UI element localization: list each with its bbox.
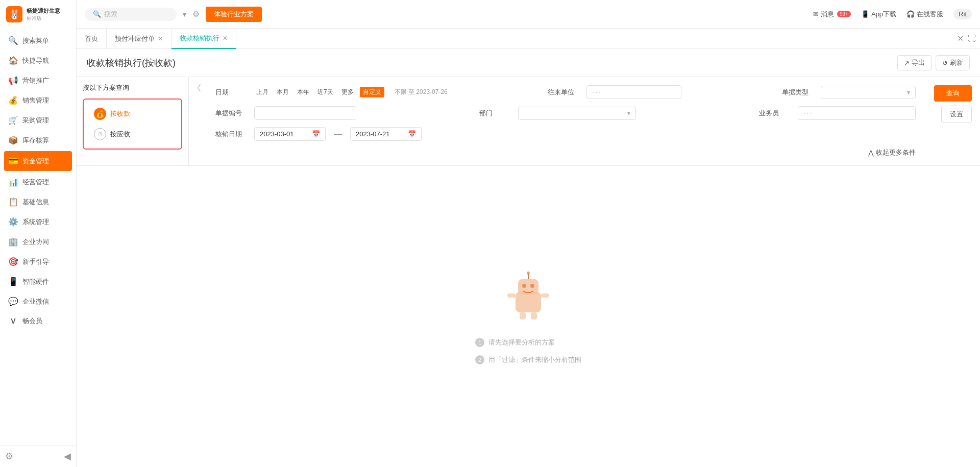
collapse-up-icon: ⋀ — [868, 149, 874, 157]
solution-button[interactable]: 体验行业方案 — [206, 7, 262, 22]
message-icon: ✉ — [813, 10, 819, 18]
tab-collect-close[interactable]: ✕ — [223, 35, 228, 42]
home-icon: 🏠 — [8, 56, 18, 65]
inventory-icon: 📦 — [8, 135, 18, 145]
tab-controls: ✕ ⛶ — [957, 34, 980, 43]
topbar-dropdown-arrow[interactable]: ▾ — [183, 10, 186, 18]
tab-home[interactable]: 首页 — [77, 29, 107, 49]
newbie-icon: 🎯 — [8, 257, 18, 266]
date-custom[interactable]: 自定义 — [360, 87, 384, 97]
filter-sidebar-collapse[interactable]: 《 — [189, 77, 205, 165]
sidebar-item-operation[interactable]: 📊 经营管理 — [0, 172, 76, 192]
doc-type-arrow: ▾ — [907, 89, 910, 96]
doc-type-select[interactable]: ▾ — [821, 86, 916, 99]
sidebar-bottom: ⚙ ◀ — [0, 445, 76, 467]
date-nolimit: 不限 至 2023-07-26 — [395, 88, 448, 96]
date-more[interactable]: 更多 — [339, 87, 356, 97]
sidebar-collapse-btn[interactable]: ◀ — [64, 451, 71, 462]
export-icon: ↗ — [904, 59, 910, 67]
finance-icon: 💳 — [8, 156, 18, 166]
filter-body: 日期 上月 本月 本年 近7天 更多 自定义 不限 至 2023-07-26 — [205, 77, 926, 165]
empty-tips: 1 请先选择要分析的方案 2 用「过滤」条件来缩小分析范围 — [475, 336, 581, 366]
query-button[interactable]: 查询 — [934, 85, 972, 102]
refresh-button[interactable]: ↺ 刷新 — [936, 55, 970, 70]
filter-sidebar: 按以下方案查询 💰 按收款 ⏱ 按应收 — [77, 77, 189, 165]
topbar-search[interactable]: 🔍 搜索 — [85, 8, 177, 21]
date-this-year[interactable]: 本年 — [295, 87, 311, 97]
staff-select[interactable]: ··· — [798, 106, 916, 120]
tab-home-label: 首页 — [85, 34, 98, 43]
robot-svg — [500, 269, 556, 325]
filter-method-box: 💰 按收款 ⏱ 按应收 — [83, 99, 182, 150]
svg-rect-8 — [507, 293, 516, 298]
empty-tip-1: 1 请先选择要分析的方案 — [475, 336, 581, 349]
doc-no-label: 单据编号 — [215, 109, 246, 118]
operation-icon: 📊 — [8, 177, 18, 187]
system-icon: ⚙️ — [8, 217, 18, 227]
date-this-month[interactable]: 本月 — [275, 87, 291, 97]
sidebar-item-sales[interactable]: 💰 销售管理 — [0, 90, 76, 110]
sidebar-item-purchase[interactable]: 🛒 采购管理 — [0, 110, 76, 130]
date-separator: — — [334, 130, 342, 139]
message-button[interactable]: ✉ 消息 99+ — [813, 10, 851, 19]
staff-label: 业务员 — [759, 109, 790, 118]
app-download-button[interactable]: 📱 App下载 — [861, 10, 896, 19]
filter-settings-button[interactable]: 设置 — [941, 106, 972, 123]
tab-close-all-icon[interactable]: ✕ — [957, 34, 964, 43]
page-title: 收款核销执行(按收款) — [87, 57, 176, 75]
topbar-right: ✉ 消息 99+ 📱 App下载 🎧 在线客服 Rit — [813, 9, 972, 19]
sidebar-item-marketing[interactable]: 📢 营销推广 — [0, 70, 76, 90]
verify-date-end-input[interactable]: 2023-07-21 📅 — [350, 127, 422, 141]
sidebar-item-enterprise[interactable]: 🏢 企业协同 — [0, 232, 76, 252]
calendar-icon-end: 📅 — [408, 130, 416, 138]
sidebar-item-basic[interactable]: 📋 基础信息 — [0, 192, 76, 212]
topbar-gear-icon[interactable]: ⚙ — [192, 9, 200, 19]
online-service-button[interactable]: 🎧 在线客服 — [906, 10, 943, 19]
tab-collect[interactable]: 收款核销执行 ✕ — [172, 29, 236, 49]
sidebar-item-hardware[interactable]: 📱 智能硬件 — [0, 272, 76, 291]
enterprise-icon: 🏢 — [8, 237, 18, 247]
counterpart-select[interactable]: ··· — [586, 85, 681, 99]
bottom-settings-icon[interactable]: ⚙ — [5, 451, 13, 462]
page-header-actions: ↗ 导出 ↺ 刷新 — [897, 55, 970, 77]
filter-right-actions: 查询 设置 — [926, 77, 980, 165]
receipt-method-icon: 💰 — [94, 108, 106, 120]
topbar: 🔍 搜索 ▾ ⚙ 体验行业方案 ✉ 消息 99+ 📱 App下载 🎧 在线客服 … — [77, 0, 980, 29]
main-area: 🔍 搜索 ▾ ⚙ 体验行业方案 ✉ 消息 99+ 📱 App下载 🎧 在线客服 … — [77, 0, 980, 467]
export-button[interactable]: ↗ 导出 — [897, 55, 932, 70]
date-7days[interactable]: 近7天 — [315, 87, 335, 97]
sidebar-item-finance[interactable]: 💳 资金管理 — [4, 151, 72, 171]
sidebar-item-quick[interactable]: 🏠 快捷导航 — [0, 51, 76, 70]
sidebar-item-wechat[interactable]: 💬 企业微信 — [0, 291, 76, 311]
filter-method-receipt[interactable]: 💰 按收款 — [88, 104, 177, 124]
tab-expand-icon[interactable]: ⛶ — [968, 34, 976, 43]
sidebar-item-member[interactable]: V 畅会员 — [0, 311, 76, 331]
sidebar-item-system[interactable]: ⚙️ 系统管理 — [0, 212, 76, 232]
receivable-method-icon: ⏱ — [94, 128, 106, 140]
svg-point-3 — [530, 284, 534, 288]
filter-method-receivable[interactable]: ⏱ 按应收 — [88, 124, 177, 144]
sidebar: 🐰 畅捷通好生意 标准版 🔍 搜索菜单 🏠 快捷导航 📢 营销推广 💰 销售管理… — [0, 0, 77, 467]
svg-rect-7 — [531, 312, 537, 319]
tab-prepay-close[interactable]: ✕ — [158, 35, 163, 42]
date-last-month[interactable]: 上月 — [254, 87, 271, 97]
verify-date-label: 核销日期 — [215, 130, 246, 139]
logo-text: 畅捷通好生意 标准版 — [27, 7, 60, 22]
tab-prepay[interactable]: 预付冲应付单 ✕ — [107, 29, 172, 49]
verify-date-start-input[interactable]: 2023-03-01 📅 — [254, 127, 326, 141]
sidebar-item-newbie[interactable]: 🎯 新手引导 — [0, 252, 76, 272]
svg-point-5 — [527, 272, 530, 275]
sidebar-item-search[interactable]: 🔍 搜索菜单 — [0, 31, 76, 51]
logo-area: 🐰 畅捷通好生意 标准版 — [0, 0, 76, 29]
date-label: 日期 — [215, 88, 246, 97]
user-avatar[interactable]: Rit — [953, 9, 972, 19]
search-icon-topbar: 🔍 — [93, 10, 101, 18]
dept-select[interactable]: ▾ — [518, 107, 636, 120]
collapse-more-btn[interactable]: ⋀ 收起更多条件 — [868, 148, 916, 157]
collapse-row: ⋀ 收起更多条件 — [215, 148, 916, 157]
svg-rect-9 — [541, 293, 549, 298]
sidebar-item-inventory[interactable]: 📦 库存核算 — [0, 130, 76, 150]
svg-rect-6 — [520, 312, 526, 319]
filter-row-3: 核销日期 2023-03-01 📅 — 2023-07-21 📅 — [215, 127, 916, 141]
doc-no-input[interactable] — [254, 106, 356, 120]
